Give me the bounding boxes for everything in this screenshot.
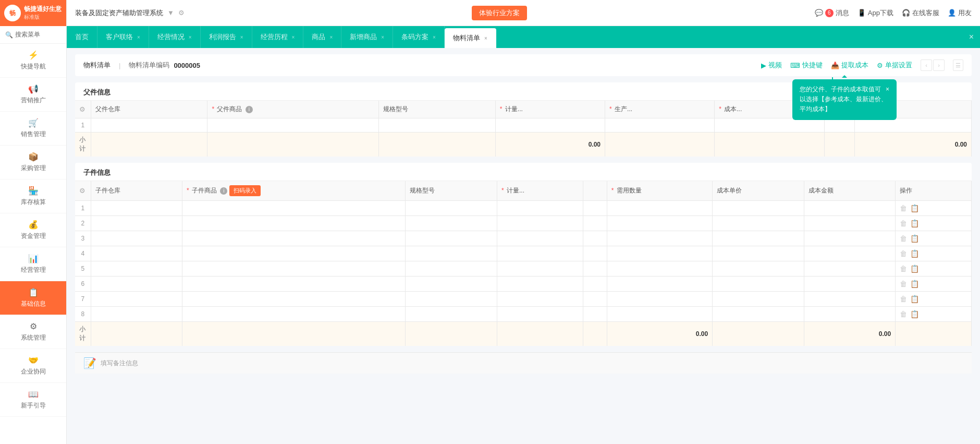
copy-icon-7[interactable]: 📋 bbox=[910, 295, 919, 303]
tab-business-history[interactable]: 经营历程 × bbox=[252, 26, 304, 48]
tab-new-goods[interactable]: 新增商品 × bbox=[341, 26, 393, 48]
tab-goods[interactable]: 商品 × bbox=[303, 26, 341, 48]
sidebar-item-sales[interactable]: 🛒 销售管理 bbox=[0, 112, 66, 146]
single-settings-button[interactable]: ⚙ 单据设置 bbox=[877, 61, 912, 70]
sidebar-item-basic-info[interactable]: 📋 基础信息 bbox=[0, 281, 66, 315]
tab-profit-close[interactable]: × bbox=[240, 34, 243, 40]
child-row-2-goods[interactable] bbox=[182, 216, 405, 231]
child-row-6-spec[interactable] bbox=[406, 277, 497, 292]
tooltip-close-button[interactable]: × bbox=[886, 85, 889, 94]
child-row-7-qty[interactable] bbox=[607, 292, 713, 307]
child-row-8-qty[interactable] bbox=[607, 307, 713, 322]
parent-spec-cell[interactable] bbox=[378, 118, 495, 133]
child-row-5-unit-cost[interactable] bbox=[713, 261, 804, 277]
child-row-6-goods[interactable] bbox=[182, 277, 405, 292]
sidebar-search[interactable]: 🔍 搜索菜单 bbox=[0, 26, 66, 44]
delete-icon-6[interactable]: 🗑 bbox=[900, 280, 907, 288]
delete-icon-8[interactable]: 🗑 bbox=[900, 310, 907, 318]
copy-icon-6[interactable]: 📋 bbox=[910, 280, 919, 288]
tab-home[interactable]: 首页 bbox=[67, 26, 97, 48]
app-download-button[interactable]: 📱 App下载 bbox=[858, 8, 893, 18]
child-row-8-spec[interactable] bbox=[406, 307, 497, 322]
child-row-3-unit[interactable] bbox=[497, 231, 583, 246]
delete-icon-4[interactable]: 🗑 bbox=[900, 249, 907, 258]
child-row-7-spec[interactable] bbox=[406, 292, 497, 307]
child-row-7-goods[interactable] bbox=[182, 292, 405, 307]
sidebar-item-purchase[interactable]: 📦 采购管理 bbox=[0, 146, 66, 179]
sidebar-item-finance[interactable]: 💰 资金管理 bbox=[0, 213, 66, 247]
child-row-5-goods[interactable] bbox=[182, 261, 405, 277]
child-row-2-qty[interactable] bbox=[607, 216, 713, 231]
child-row-5-warehouse[interactable] bbox=[91, 261, 182, 277]
tab-bom-close[interactable]: × bbox=[484, 35, 487, 41]
child-row-1-qty[interactable] bbox=[607, 201, 713, 216]
delete-icon-2[interactable]: 🗑 bbox=[900, 219, 907, 227]
copy-icon-4[interactable]: 📋 bbox=[910, 249, 919, 258]
tab-history-close[interactable]: × bbox=[292, 34, 295, 40]
next-button[interactable]: › bbox=[933, 59, 945, 71]
menu-button[interactable]: ☰ bbox=[953, 59, 963, 71]
tab-goods-close[interactable]: × bbox=[329, 34, 333, 40]
delete-icon-1[interactable]: 🗑 bbox=[900, 204, 907, 212]
sidebar-item-guide[interactable]: 📖 新手引导 bbox=[0, 383, 66, 417]
child-row-3-warehouse[interactable] bbox=[91, 231, 182, 246]
tab-customer-close[interactable]: × bbox=[137, 34, 140, 40]
parent-goods-info-icon[interactable]: i bbox=[246, 106, 253, 113]
child-row-4-spec[interactable] bbox=[406, 246, 497, 261]
delete-icon-5[interactable]: 🗑 bbox=[900, 265, 907, 273]
child-row-1-unit[interactable] bbox=[497, 201, 583, 216]
bottom-placeholder[interactable]: 填写备注信息 bbox=[101, 359, 138, 368]
child-row-6-warehouse[interactable] bbox=[91, 277, 182, 292]
child-row-4-goods[interactable] bbox=[182, 246, 405, 261]
copy-icon-5[interactable]: 📋 bbox=[910, 265, 919, 273]
tab-operations-status[interactable]: 经营情况 × bbox=[149, 26, 201, 48]
message-button[interactable]: 💬 6 消息 bbox=[815, 8, 849, 18]
child-row-3-goods[interactable] bbox=[182, 231, 405, 246]
sidebar-item-inventory[interactable]: 🏪 库存核算 bbox=[0, 179, 66, 213]
child-row-1-unit-cost[interactable] bbox=[713, 201, 804, 216]
child-row-1-spec[interactable] bbox=[406, 201, 497, 216]
shortcut-button[interactable]: ⌨ 快捷键 bbox=[790, 61, 823, 70]
parent-goods-cell[interactable] bbox=[207, 118, 378, 133]
prev-button[interactable]: ‹ bbox=[921, 59, 932, 71]
user-avatar[interactable]: 👤 用友 bbox=[948, 8, 972, 18]
tab-customer[interactable]: 客户联络 × bbox=[97, 26, 149, 48]
tab-profit-report[interactable]: 利润报告 × bbox=[201, 26, 252, 48]
view-video-button[interactable]: ▶ 视频 bbox=[761, 61, 782, 70]
tab-newgoods-close[interactable]: × bbox=[381, 34, 384, 40]
child-row-6-qty[interactable] bbox=[607, 277, 713, 292]
copy-icon-3[interactable]: 📋 bbox=[910, 234, 919, 243]
child-row-8-warehouse[interactable] bbox=[91, 307, 182, 322]
child-row-2-spec[interactable] bbox=[406, 216, 497, 231]
copy-icon-1[interactable]: 📋 bbox=[910, 204, 919, 212]
parent-unit-cell[interactable] bbox=[495, 118, 605, 133]
sidebar-item-marketing[interactable]: 📢 营销推广 bbox=[0, 78, 66, 112]
child-goods-info-icon[interactable]: i bbox=[220, 187, 227, 195]
child-row-5-spec[interactable] bbox=[406, 261, 497, 277]
parent-col-settings[interactable]: ⚙ bbox=[75, 101, 91, 118]
child-row-5-qty[interactable] bbox=[607, 261, 713, 277]
sidebar-item-system[interactable]: ⚙ 系统管理 bbox=[0, 315, 66, 349]
delete-icon-3[interactable]: 🗑 bbox=[900, 234, 907, 243]
col-gear-icon[interactable]: ⚙ bbox=[79, 105, 85, 113]
parent-cost-cell[interactable] bbox=[715, 118, 824, 133]
gear-icon[interactable]: ⚙ bbox=[178, 9, 185, 17]
tab-barcode-close[interactable]: × bbox=[433, 34, 436, 40]
child-row-3-qty[interactable] bbox=[607, 231, 713, 246]
child-row-7-unit[interactable] bbox=[497, 292, 583, 307]
copy-icon-2[interactable]: 📋 bbox=[910, 219, 919, 227]
child-row-1-goods[interactable] bbox=[182, 201, 405, 216]
tab-bom[interactable]: 物料清单 × bbox=[445, 28, 496, 48]
child-row-5-unit[interactable] bbox=[497, 261, 583, 277]
delete-icon-7[interactable]: 🗑 bbox=[900, 295, 907, 303]
child-row-6-unit-cost[interactable] bbox=[713, 277, 804, 292]
child-row-1-warehouse[interactable] bbox=[91, 201, 182, 216]
tab-ops-close[interactable]: × bbox=[189, 34, 192, 40]
child-row-4-qty[interactable] bbox=[607, 246, 713, 261]
dropdown-icon[interactable]: ▼ bbox=[167, 9, 174, 17]
child-row-7-unit-cost[interactable] bbox=[713, 292, 804, 307]
child-col-gear-icon[interactable]: ⚙ bbox=[79, 187, 85, 195]
extract-cost-button[interactable]: 📥 提取成本 bbox=[831, 61, 868, 70]
child-row-8-unit[interactable] bbox=[497, 307, 583, 322]
try-button[interactable]: 体验行业方案 bbox=[472, 6, 527, 20]
